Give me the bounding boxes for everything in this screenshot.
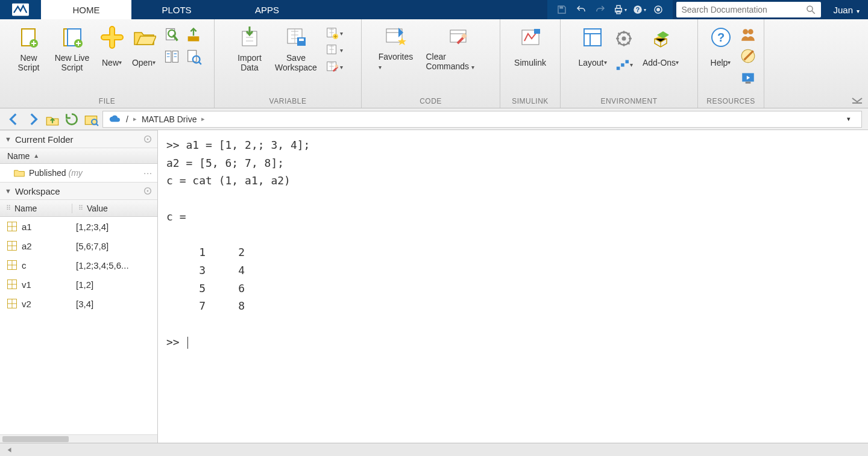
tab-apps[interactable]: APPS <box>222 0 312 19</box>
panel-options-icon[interactable] <box>143 134 153 144</box>
help-icon[interactable]: ?▾ <box>631 2 647 17</box>
layout-button[interactable]: Layout <box>572 24 613 75</box>
search-documentation[interactable] <box>676 2 821 17</box>
folder-item[interactable]: Published (my ··· <box>0 166 157 180</box>
workspace-scrollbar[interactable] <box>0 434 157 443</box>
help-button[interactable]: ? Help <box>704 24 738 75</box>
variable-icon <box>6 259 18 271</box>
preferences-icon[interactable] <box>615 30 632 47</box>
resources-group-label: RESOURCES <box>702 96 760 107</box>
svg-rect-43 <box>626 60 629 64</box>
workspace-variable[interactable]: a2[5,6;7,8] <box>0 236 157 255</box>
simulink-group-label: SIMULINK <box>504 96 556 107</box>
learn-matlab-icon[interactable] <box>740 70 756 86</box>
print-icon[interactable]: ▾ <box>611 2 628 17</box>
collapse-icon[interactable]: ▼ <box>5 136 11 143</box>
open-variable-icon[interactable] <box>326 43 343 57</box>
folder-icon <box>13 168 25 178</box>
variable-icon <box>6 278 18 290</box>
environment-group-label: ENVIRONMENT <box>564 96 694 107</box>
up-folder-icon[interactable] <box>45 111 60 127</box>
svg-point-8 <box>657 8 660 11</box>
addr-folder[interactable]: MATLAB Drive <box>142 114 197 124</box>
command-window[interactable]: >> a1 = [1, 2,; 3, 4]; a2 = [5, 6; 7, 8]… <box>158 130 868 443</box>
search-icon <box>805 4 816 15</box>
request-support-icon[interactable] <box>740 48 756 64</box>
code-group-label: CODE <box>365 96 496 107</box>
svg-rect-42 <box>621 63 624 67</box>
variable-icon <box>6 298 18 310</box>
svg-rect-41 <box>617 67 620 70</box>
file-group-label: FILE <box>4 96 210 107</box>
user-name: Juan <box>833 5 853 15</box>
svg-text:?: ? <box>717 31 724 44</box>
new-live-script-button[interactable]: New Live Script <box>48 24 97 75</box>
current-folder-header[interactable]: ▼ Current Folder <box>0 130 157 148</box>
compare-icon[interactable] <box>163 48 180 65</box>
chevron-right-icon[interactable]: ▸ <box>133 115 137 123</box>
variable-group-label: VARIABLE <box>218 96 357 107</box>
simulink-button[interactable]: Simulink <box>504 24 556 75</box>
ws-value-column[interactable]: ⠿Value <box>72 204 157 213</box>
favorites-button[interactable]: Favorites <box>368 24 424 72</box>
redo-icon[interactable] <box>592 2 609 17</box>
addr-root: / <box>126 114 128 124</box>
new-button[interactable]: New <box>97 24 127 75</box>
address-dropdown[interactable]: ▾ <box>842 115 855 123</box>
go-to-start-icon[interactable] <box>5 446 13 454</box>
new-variable-icon[interactable] <box>326 27 343 40</box>
collapse-icon[interactable]: ▼ <box>5 187 11 195</box>
workspace-variable[interactable]: v1[1,2] <box>0 275 157 294</box>
svg-point-57 <box>147 190 149 192</box>
workspace-variable[interactable]: c[1,2;3,4;5,6... <box>0 255 157 275</box>
address-path[interactable]: / ▸ MATLAB Drive ▸ ▾ <box>102 111 862 128</box>
minimize-ribbon-icon[interactable] <box>851 96 863 104</box>
svg-rect-3 <box>617 5 620 8</box>
item-actions-icon[interactable]: ··· <box>143 168 153 178</box>
back-button[interactable] <box>6 111 22 127</box>
upload-icon[interactable] <box>185 27 202 43</box>
clear-commands-button[interactable]: Clear Commands <box>424 24 494 72</box>
target-icon[interactable] <box>650 2 667 17</box>
svg-rect-1 <box>560 7 564 9</box>
find-files-icon[interactable] <box>163 27 180 43</box>
set-path-icon[interactable] <box>615 58 633 71</box>
svg-point-9 <box>807 6 813 11</box>
tab-home[interactable]: HOME <box>41 0 131 19</box>
refresh-icon[interactable] <box>64 111 80 127</box>
undo-icon[interactable] <box>573 2 590 17</box>
ws-name-column[interactable]: ⠿Name <box>0 204 72 213</box>
new-script-button[interactable]: New Script <box>10 24 48 75</box>
community-icon[interactable] <box>740 27 756 42</box>
sort-asc-icon: ▲ <box>33 152 39 159</box>
clear-workspace-icon[interactable] <box>326 60 343 73</box>
svg-rect-38 <box>584 29 601 46</box>
save-icon[interactable] <box>553 2 570 17</box>
svg-text:?: ? <box>636 6 640 13</box>
variable-icon <box>6 240 18 252</box>
addons-button[interactable]: Add-Ons <box>635 24 686 75</box>
tab-plots[interactable]: PLOTS <box>131 0 222 19</box>
workspace-header[interactable]: ▼ Workspace <box>0 182 157 200</box>
search-input[interactable] <box>681 5 803 14</box>
workspace-variable[interactable]: a1[1,2;3,4] <box>0 217 157 236</box>
svg-rect-52 <box>85 116 97 124</box>
forward-button[interactable] <box>25 111 41 127</box>
svg-point-40 <box>622 37 626 41</box>
name-column-header[interactable]: Name ▲ <box>0 148 157 164</box>
user-menu[interactable]: Juan <box>825 0 868 19</box>
variable-icon <box>6 220 18 233</box>
panel-options-icon[interactable] <box>143 186 153 196</box>
matlab-logo[interactable] <box>0 0 41 19</box>
save-workspace-button[interactable]: Save Workspace <box>269 24 323 75</box>
import-data-button[interactable]: Import Data <box>230 24 269 75</box>
svg-point-46 <box>743 29 748 34</box>
svg-rect-51 <box>745 82 750 84</box>
browse-icon[interactable] <box>83 111 99 127</box>
svg-point-47 <box>748 29 753 34</box>
chevron-right-icon[interactable]: ▸ <box>201 115 205 123</box>
workspace-variable[interactable]: v2[3,4] <box>0 294 157 313</box>
open-button[interactable]: Open <box>127 24 161 75</box>
cloud-icon <box>109 114 121 124</box>
go-to-file-icon[interactable] <box>185 48 202 65</box>
